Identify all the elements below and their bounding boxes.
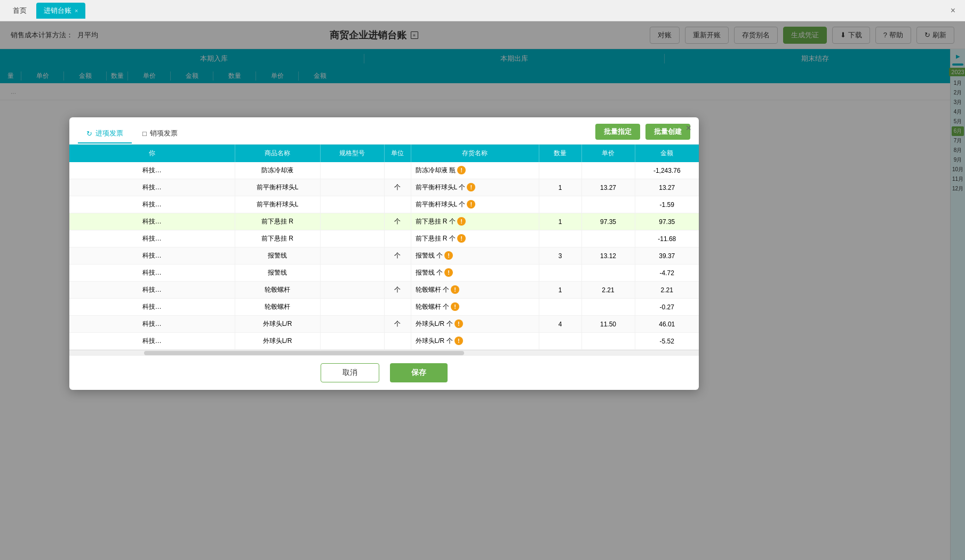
cell-unit-price: 11.50	[581, 316, 635, 333]
table-row: 科技…报警线报警线 个 !-4.72	[69, 265, 699, 282]
cell-company: 科技…	[69, 265, 235, 282]
cell-spec	[320, 282, 384, 299]
cell-company: 科技…	[69, 282, 235, 299]
batch-assign-button[interactable]: 批量指定	[595, 124, 640, 140]
cell-unit: 个	[384, 179, 411, 196]
tab-ledger[interactable]: 进销台账 ×	[36, 3, 85, 19]
modal-table-head: 你 商品名称 规格型号 单位 存货名称 数量 单价 金额	[69, 145, 699, 162]
cell-unit: 个	[384, 247, 411, 265]
cell-company: 科技…	[69, 179, 235, 196]
table-row: 科技…防冻冷却液防冻冷却液 瓶 !-1,243.76	[69, 162, 699, 179]
warning-icon[interactable]: !	[467, 183, 475, 191]
col-product-name: 商品名称	[235, 145, 320, 162]
col-inventory: 存货名称	[411, 145, 539, 162]
cell-product-name: 防冻冷却液	[235, 162, 320, 179]
table-row: 科技…前下悬挂 R前下悬挂 R 个 !-11.68	[69, 230, 699, 247]
cell-inventory: 轮毂螺杆 个 !	[411, 282, 539, 299]
window-close-button[interactable]: ×	[946, 4, 960, 18]
warning-icon[interactable]: !	[454, 319, 463, 328]
cell-spec	[320, 299, 384, 316]
table-row: 科技…前平衡杆球头L个前平衡杆球头L 个 !113.2713.27	[69, 179, 699, 196]
cell-unit	[384, 230, 411, 247]
cell-unit-price	[581, 299, 635, 316]
cancel-button[interactable]: 取消	[321, 363, 379, 382]
cell-spec	[320, 247, 384, 265]
cell-spec	[320, 333, 384, 350]
modal-tab-purchase[interactable]: ↻ 进项发票	[78, 124, 132, 143]
tab-ledger-close[interactable]: ×	[75, 7, 78, 14]
cell-product-name: 轮毂螺杆	[235, 299, 320, 316]
cell-qty	[539, 196, 581, 213]
col-unit: 单位	[384, 145, 411, 162]
modal-table: 你 商品名称 规格型号 单位 存货名称 数量 单价 金额 科技…防冻冷却液防冻冷…	[69, 145, 699, 350]
batch-create-button[interactable]: 批量创建	[645, 124, 690, 140]
cell-unit	[384, 299, 411, 316]
modal-scrollbar[interactable]	[69, 350, 699, 355]
warning-icon[interactable]: !	[457, 234, 466, 243]
cell-inventory: 前下悬挂 R 个 !	[411, 213, 539, 230]
cell-product-name: 报警线	[235, 265, 320, 282]
table-row: 科技…报警线个报警线 个 !313.1239.37	[69, 247, 699, 265]
col-unit-price: 单价	[581, 145, 635, 162]
cell-company: 科技…	[69, 316, 235, 333]
cell-product-name: 前下悬挂 R	[235, 213, 320, 230]
table-row: 科技…外球头L/R外球头L/R 个 !-5.52	[69, 333, 699, 350]
cell-spec	[320, 213, 384, 230]
tab-bar: 首页 进销台账 × ×	[0, 0, 965, 21]
warning-icon[interactable]: !	[457, 166, 466, 174]
cell-company: 科技…	[69, 162, 235, 179]
cell-product-name: 前平衡杆球头L	[235, 196, 320, 213]
cell-company: 科技…	[69, 333, 235, 350]
cell-amount: 13.27	[635, 179, 699, 196]
warning-icon[interactable]: !	[444, 251, 453, 260]
cell-amount: -1,243.76	[635, 162, 699, 179]
cell-inventory: 前平衡杆球头L 个 !	[411, 179, 539, 196]
cell-qty: 1	[539, 179, 581, 196]
cell-amount: 2.21	[635, 282, 699, 299]
warning-icon[interactable]: !	[457, 217, 466, 226]
cell-qty	[539, 162, 581, 179]
modal-dialog: ↻ 进项发票 □ 销项发票 批量指定 批量创建 × 你 商品名称 规格型号	[69, 117, 699, 390]
cell-unit	[384, 265, 411, 282]
warning-icon[interactable]: !	[444, 268, 453, 277]
warning-icon[interactable]: !	[454, 337, 463, 345]
cell-unit: 个	[384, 213, 411, 230]
col-spec: 规格型号	[320, 145, 384, 162]
cell-qty: 4	[539, 316, 581, 333]
cell-amount: -11.68	[635, 230, 699, 247]
cell-qty	[539, 265, 581, 282]
cell-unit-price: 97.35	[581, 213, 635, 230]
cell-unit-price	[581, 265, 635, 282]
warning-icon[interactable]: !	[451, 285, 459, 294]
cell-unit-price: 2.21	[581, 282, 635, 299]
warning-icon[interactable]: !	[467, 200, 475, 209]
cell-amount: 46.01	[635, 316, 699, 333]
col-qty: 数量	[539, 145, 581, 162]
cell-inventory: 报警线 个 !	[411, 247, 539, 265]
cell-inventory: 防冻冷却液 瓶 !	[411, 162, 539, 179]
cell-inventory: 外球头L/R 个 !	[411, 316, 539, 333]
modal-scrollbar-thumb[interactable]	[144, 351, 464, 355]
cell-company: 科技…	[69, 230, 235, 247]
save-button[interactable]: 保存	[390, 363, 448, 382]
cell-company: 科技…	[69, 247, 235, 265]
modal-close-button[interactable]: ×	[685, 123, 691, 134]
cell-amount: -1.59	[635, 196, 699, 213]
cell-spec	[320, 265, 384, 282]
col-company: 你	[69, 145, 235, 162]
cell-unit-price: 13.27	[581, 179, 635, 196]
tab-home[interactable]: 首页	[5, 3, 34, 19]
cell-amount: 97.35	[635, 213, 699, 230]
cell-amount: -5.52	[635, 333, 699, 350]
cell-inventory: 报警线 个 !	[411, 265, 539, 282]
cell-company: 科技…	[69, 196, 235, 213]
cell-unit	[384, 162, 411, 179]
sales-tab-icon: □	[142, 130, 147, 138]
cell-unit-price	[581, 230, 635, 247]
cell-inventory: 前平衡杆球头L 个 !	[411, 196, 539, 213]
cell-amount: 39.37	[635, 247, 699, 265]
table-row: 科技…轮毂螺杆轮毂螺杆 个 !-0.27	[69, 299, 699, 316]
modal-tab-sales[interactable]: □ 销项发票	[134, 124, 186, 143]
warning-icon[interactable]: !	[451, 302, 459, 311]
cell-product-name: 外球头L/R	[235, 333, 320, 350]
